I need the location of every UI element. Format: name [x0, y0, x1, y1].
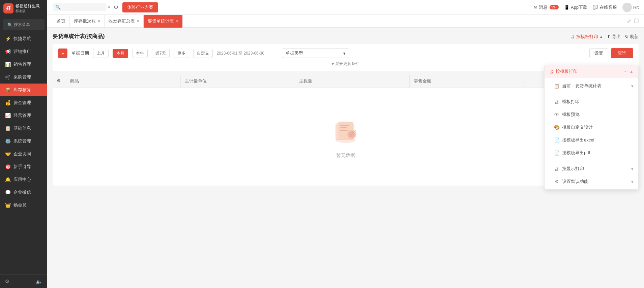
display-print-chevron: ▾	[631, 166, 634, 171]
dropdown-default-func[interactable]: ⚙ 设置默认功能 ▾	[545, 175, 638, 188]
tab-maximize-icon[interactable]: ⤢	[627, 18, 631, 24]
tab-home[interactable]: 首页	[53, 15, 70, 28]
finance-icon: 💰	[5, 100, 11, 106]
dropdown-template-export-excel[interactable]: 📄 按模板导出excel	[545, 134, 638, 147]
tab-order-stats-close[interactable]: ×	[176, 19, 178, 24]
sales-icon: 📊	[5, 61, 11, 67]
topbar-search-wrap: 🔍	[53, 3, 107, 11]
dropdown-more-icon[interactable]: ⋯	[623, 69, 628, 74]
tab-restore-icon[interactable]: ❐	[634, 18, 639, 24]
order-type-select[interactable]: 单据类型 ▾	[282, 49, 349, 58]
user-avatar-btn[interactable]: Rit	[622, 3, 639, 12]
dropdown-template-print[interactable]: 🖨 模板打印	[545, 95, 638, 108]
date-btn-more[interactable]: 更多	[174, 49, 189, 58]
export-icon: ⬆	[607, 34, 611, 39]
sidebar: 好 畅捷通好生意 标准版 🔍 搜索菜单 ⚡ 快捷导航 📢 营销推广 📊 销售管理…	[0, 0, 47, 288]
message-icon: ✉	[534, 5, 537, 10]
avatar	[622, 3, 632, 12]
wechat-icon: 💬	[5, 189, 11, 195]
sidebar-item-system[interactable]: ⚙️ 系统管理	[0, 135, 47, 148]
purchase-icon: 🛒	[5, 74, 11, 80]
main-content: 🔍 ▾ ⚙ 体验行业方案 ✉ 消息 99+ 📱 App下载 💬 在线客服	[47, 0, 644, 288]
order-type-chevron-icon: ▾	[343, 51, 346, 56]
current-template-chevron: ▾	[631, 84, 634, 89]
dropdown-header-right: ⋯ ▲	[623, 69, 634, 74]
messages-badge: 99+	[550, 5, 559, 9]
date-btn-custom[interactable]: 自定义	[193, 49, 213, 58]
date-btn-last7[interactable]: 近7天	[152, 49, 170, 58]
date-btn-current-month[interactable]: 本月	[113, 49, 128, 58]
footer-settings-icon[interactable]: ⚙	[5, 278, 9, 285]
dropdown-display-print[interactable]: 🖨 按显示打印 ▾	[545, 162, 638, 175]
sidebar-search-btn[interactable]: 🔍 搜索菜单	[3, 19, 45, 30]
marketing-icon: 📢	[5, 49, 11, 55]
sidebar-item-marketing[interactable]: 📢 营销推广	[0, 45, 47, 58]
sidebar-item-finance[interactable]: 💰 资金管理	[0, 96, 47, 109]
search-icon: 🔍	[7, 23, 12, 27]
page-content: 要货单统计表(按商品) 🖨 按模板打印 ▲ ⬆ 导出 ↻ 刷新	[47, 28, 644, 288]
online-service-btn[interactable]: 💬 在线客服	[593, 4, 617, 10]
topbar: 🔍 ▾ ⚙ 体验行业方案 ✉ 消息 99+ 📱 App下载 💬 在线客服	[47, 0, 644, 15]
sidebar-item-collab[interactable]: 🤝 企业协同	[0, 148, 47, 160]
topbar-left: 🔍 ▾ ⚙ 体验行业方案	[53, 2, 534, 12]
print-btn[interactable]: 🖨 按模板打印 ▲	[570, 34, 603, 40]
sidebar-item-quick-nav[interactable]: ⚡ 快捷导航	[0, 32, 47, 45]
logo-icon: 好	[3, 3, 13, 13]
dropdown-template-export-pdf[interactable]: 📄 按模板导出pdf	[545, 147, 638, 159]
export-btn[interactable]: ⬆ 导出	[607, 34, 621, 40]
dropdown-close-icon[interactable]: ▲	[629, 69, 634, 74]
logo-text: 畅捷通好生意 标准版	[16, 4, 40, 13]
filter-expand-btn[interactable]: »	[58, 49, 67, 58]
dropdown-current-template[interactable]: 📋 当前：要货单统计表 ▾	[545, 79, 638, 92]
topbar-search-input[interactable]	[61, 5, 101, 10]
default-func-chevron: ▾	[631, 179, 634, 184]
sidebar-item-purchase[interactable]: 🛒 采购管理	[0, 71, 47, 84]
sidebar-item-member[interactable]: 👑 畅会员	[0, 199, 47, 212]
trial-button[interactable]: 体验行业方案	[122, 2, 158, 12]
operations-icon: 📈	[5, 113, 11, 119]
tab-batch-account-close[interactable]: ×	[98, 19, 100, 24]
dropdown-print-icon: 🖨	[549, 69, 554, 74]
date-btn-last-month[interactable]: 上月	[93, 49, 109, 58]
tab-order-stats[interactable]: 要货单统计表 ×	[144, 15, 183, 28]
sidebar-item-inventory[interactable]: 📦 库存核算	[0, 84, 47, 96]
th-settings[interactable]: ⚙	[53, 75, 66, 88]
base-icon: 📋	[5, 125, 11, 131]
topbar-gear-icon[interactable]: ⚙	[114, 4, 118, 10]
inventory-icon: 📦	[5, 87, 11, 93]
sidebar-item-wechat[interactable]: 💬 企业微信	[0, 186, 47, 199]
query-btn[interactable]: 查询	[611, 48, 633, 58]
print-icon: 🖨	[570, 34, 575, 39]
topbar-chevron-icon[interactable]: ▾	[108, 5, 110, 10]
sidebar-item-newbie[interactable]: 🎯 新手引导	[0, 160, 47, 173]
sidebar-footer: ⚙ 🔈	[0, 275, 47, 288]
empty-text: 暂无数据	[336, 153, 355, 159]
dropdown-template-custom[interactable]: 🎨 模板自定义设计	[545, 121, 638, 134]
refresh-btn[interactable]: ↻ 刷新	[625, 34, 639, 40]
dropdown-template-preview[interactable]: 👁 模板预览	[545, 108, 638, 121]
app-download-btn[interactable]: 📱 App下载	[564, 4, 587, 10]
page-title: 要货单统计表(按商品)	[53, 33, 105, 40]
setting-btn[interactable]: 设置	[589, 48, 608, 58]
sidebar-item-sales[interactable]: 📊 销售管理	[0, 58, 47, 71]
topbar-search-icon: 🔍	[55, 5, 61, 10]
footer-audio-icon[interactable]: 🔈	[36, 278, 42, 285]
tab-receipt-summary[interactable]: 收发存汇总表 ×	[105, 15, 144, 28]
tab-batch-account[interactable]: 库存批次账 ×	[70, 15, 105, 28]
app-download-icon: 📱	[564, 5, 569, 10]
dropdown-header[interactable]: 🖨 按模板打印 ⋯ ▲	[545, 65, 638, 78]
sidebar-item-operations[interactable]: 📈 经营管理	[0, 109, 47, 122]
sidebar-nav: ⚡ 快捷导航 📢 营销推广 📊 销售管理 🛒 采购管理 📦 库存核算 💰 资金管…	[0, 32, 47, 275]
sidebar-item-app-center[interactable]: 🔔 应用中心	[0, 173, 47, 186]
sidebar-item-base[interactable]: 📋 基础信息	[0, 122, 47, 135]
app-center-icon: 🔔	[5, 177, 11, 183]
divider-1	[545, 94, 638, 94]
messages-btn[interactable]: ✉ 消息 99+	[534, 4, 559, 10]
page-header-actions: 🖨 按模板打印 ▲ ⬆ 导出 ↻ 刷新	[570, 34, 639, 40]
template-pdf-icon: 📄	[554, 150, 559, 156]
newbie-icon: 🎯	[5, 164, 11, 170]
template-excel-icon: 📄	[554, 137, 559, 143]
tab-receipt-summary-close[interactable]: ×	[137, 19, 139, 24]
template-print-icon: 🖨	[554, 99, 559, 104]
date-btn-current-year[interactable]: 本年	[132, 49, 148, 58]
